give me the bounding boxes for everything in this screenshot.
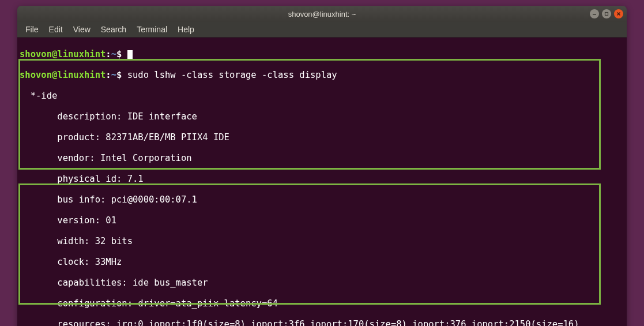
ide-capabilities: capabilities: ide bus_master — [20, 278, 624, 288]
menu-help[interactable]: Help — [173, 23, 199, 36]
minimize-button[interactable] — [590, 9, 599, 18]
terminal-window: shovon@linuxhint: ~ File Edit View Searc… — [17, 6, 627, 326]
menu-view[interactable]: View — [69, 23, 95, 36]
minimize-icon — [592, 12, 597, 16]
ide-product: product: 82371AB/EB/MB PIIX4 IDE — [20, 132, 624, 143]
ide-width: width: 32 bits — [20, 236, 624, 246]
prompt-user: shovon@linuxhint — [20, 70, 106, 80]
ide-description: description: IDE interface — [20, 111, 624, 122]
prompt-user: shovon@linuxhint — [20, 49, 106, 59]
menu-terminal[interactable]: Terminal — [132, 23, 172, 36]
menu-edit[interactable]: Edit — [44, 23, 67, 36]
ide-vendor: vendor: Intel Corporation — [20, 153, 624, 163]
menu-file[interactable]: File — [21, 23, 43, 36]
prompt-colon: : — [106, 70, 111, 80]
ide-version: version: 01 — [20, 215, 624, 226]
titlebar[interactable]: shovon@linuxhint: ~ — [17, 6, 627, 22]
ide-configuration: configuration: driver=ata_piix latency=6… — [20, 298, 624, 309]
prompt-line-1: shovon@linuxhint:~$ — [20, 49, 624, 59]
window-title: shovon@linuxhint: ~ — [288, 10, 356, 18]
ide-clock: clock: 33MHz — [20, 257, 624, 267]
ide-physical-id: physical id: 7.1 — [20, 174, 624, 184]
maximize-icon — [604, 12, 609, 16]
command-text: sudo lshw -class storage -class display — [127, 70, 337, 80]
menubar: File Edit View Search Terminal Help — [17, 22, 627, 38]
prompt-line-2: shovon@linuxhint:~$ sudo lshw -class sto… — [20, 70, 624, 80]
svg-rect-1 — [605, 13, 608, 16]
prompt-dollar: $ — [116, 49, 122, 59]
ide-header: *-ide — [20, 91, 624, 101]
maximize-button[interactable] — [602, 9, 611, 18]
terminal-content[interactable]: shovon@linuxhint:~$ shovon@linuxhint:~$ … — [17, 38, 627, 326]
close-icon — [616, 12, 621, 16]
prompt-colon: : — [106, 49, 111, 59]
ide-bus-info: bus info: pci@0000:00:07.1 — [20, 194, 624, 205]
close-button[interactable] — [614, 9, 623, 18]
cursor — [127, 50, 133, 59]
window-controls — [590, 9, 623, 18]
menu-search[interactable]: Search — [96, 23, 131, 36]
prompt-path: ~ — [111, 49, 116, 59]
ide-resources: resources: irq:0 ioport:1f0(size=8) iopo… — [20, 319, 624, 326]
prompt-path: ~ — [111, 70, 116, 80]
prompt-dollar: $ — [116, 70, 122, 80]
